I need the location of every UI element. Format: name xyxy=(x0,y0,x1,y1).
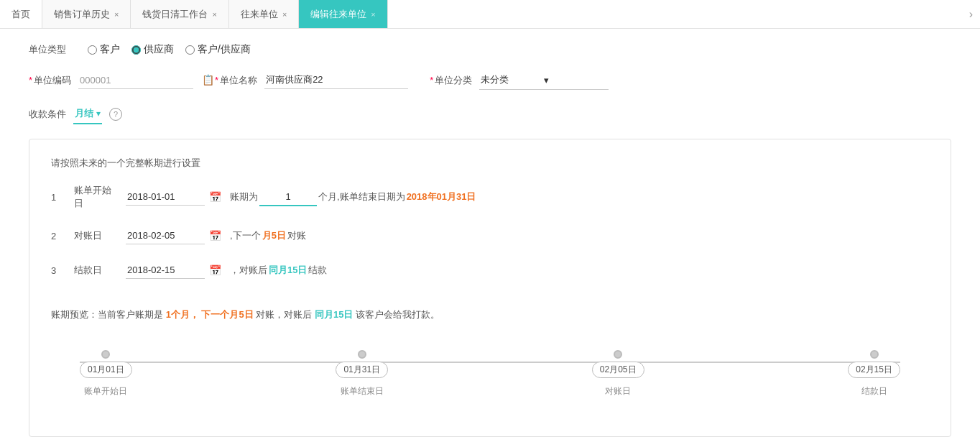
desc-prefix-3: ，对账后 xyxy=(230,264,267,277)
radio-customer-supplier[interactable]: 客户/供应商 xyxy=(185,43,251,56)
required-star2: * xyxy=(215,75,218,86)
settings-box: 请按照未来的一个完整帐期进行设置 1 账单开始日 📅 账期为 个月,账单结束日期… xyxy=(29,139,951,437)
unit-type-label: 单位类型 xyxy=(29,43,66,56)
payment-condition-label: 收款条件 xyxy=(29,108,66,121)
timeline-label-3: 02月05日 xyxy=(592,362,644,378)
payment-condition-value: 月结 xyxy=(75,107,93,120)
highlight-part-3: 同月15日 xyxy=(269,264,307,277)
unit-category-select[interactable]: 未分类 ▾ xyxy=(479,70,609,90)
period-input[interactable] xyxy=(259,188,317,206)
date-input-2[interactable] xyxy=(126,227,205,244)
radio-customer-supplier-input[interactable] xyxy=(185,45,195,55)
setting-row-2: 2 对账日 📅 ,下一个 月5日 对账 xyxy=(51,227,929,244)
timeline-point-2: 01月31日 账单结束日 xyxy=(336,350,388,397)
radio-supplier-input[interactable] xyxy=(131,45,141,55)
unit-code-label: *单位编码 xyxy=(29,74,71,87)
timeline-points: 01月01日 账单开始日 01月31日 账单结束日 02月05日 对账日 xyxy=(80,350,900,397)
tab-bar: 首页 销售订单历史 × 钱货日清工作台 × 往来单位 × 编辑往来单位 × › xyxy=(0,0,980,29)
tab-home[interactable]: 首页 xyxy=(0,0,42,28)
setting-num-3: 3 xyxy=(51,265,65,276)
date-input-wrap-3: 📅 xyxy=(126,262,221,279)
tab-expand-button[interactable]: › xyxy=(962,0,980,28)
timeline-point-1: 01月01日 账单开始日 xyxy=(80,350,132,397)
desc-suffix-1: 个月,账单结束日期为 xyxy=(318,190,405,203)
radio-customer[interactable]: 客户 xyxy=(88,43,120,56)
calendar-icon-1[interactable]: 📅 xyxy=(209,191,221,203)
tab-partner-unit-label: 往来单位 xyxy=(241,8,278,21)
unit-code-input[interactable] xyxy=(78,72,202,88)
unit-name-input[interactable] xyxy=(264,72,408,89)
chevron-down-icon: ▾ xyxy=(544,75,607,86)
unit-name-label: *单位名称 xyxy=(215,74,257,87)
preview-label: 账期预览：当前客户账期是 xyxy=(51,309,163,320)
timeline-dot-4 xyxy=(870,350,879,359)
timeline-dot-2 xyxy=(358,350,366,359)
tab-cash-work[interactable]: 钱货日清工作台 × xyxy=(131,0,228,28)
desc-prefix-2: ,下一个 xyxy=(230,229,261,242)
desc-prefix-1: 账期为 xyxy=(230,190,258,203)
preview-part1: 1个月， xyxy=(166,309,199,320)
desc-suffix-3: 结款 xyxy=(308,264,327,277)
close-icon[interactable]: × xyxy=(282,10,287,19)
unit-info-row: *单位编码 📋 *单位名称 *单位分类 未分类 ▾ xyxy=(29,70,951,90)
tab-edit-partner-label: 编辑往来单位 xyxy=(310,8,366,21)
help-icon[interactable]: ? xyxy=(109,108,122,121)
close-icon[interactable]: × xyxy=(212,10,216,19)
calendar-icon-3[interactable]: 📅 xyxy=(209,264,221,276)
tab-sales-order[interactable]: 销售订单历史 × xyxy=(42,0,131,28)
date-input-1[interactable] xyxy=(126,188,205,206)
date-input-3[interactable] xyxy=(126,262,205,279)
date-input-wrap-1: 📅 xyxy=(126,188,221,206)
timeline-desc-1: 账单开始日 xyxy=(84,385,127,397)
unit-code-group: *单位编码 📋 xyxy=(29,72,193,89)
radio-customer-input[interactable] xyxy=(88,45,97,55)
preview-part4: 同月15日 xyxy=(315,309,353,320)
timeline-dot-3 xyxy=(614,350,622,359)
close-icon[interactable]: × xyxy=(114,10,119,19)
tab-sales-order-label: 销售订单历史 xyxy=(54,8,110,21)
highlight-date-1: 2018年01月31日 xyxy=(407,190,476,203)
timeline-label-2: 01月31日 xyxy=(336,362,388,378)
radio-group-unit-type: 客户 供应商 客户/供应商 xyxy=(88,43,251,56)
setting-field-label-1: 账单开始日 xyxy=(74,184,117,210)
setting-num-1: 1 xyxy=(51,192,65,203)
required-star: * xyxy=(29,75,32,86)
radio-customer-supplier-label: 客户/供应商 xyxy=(198,43,251,56)
tab-home-label: 首页 xyxy=(11,8,30,21)
desc-suffix-2: 对账 xyxy=(287,229,306,242)
setting-row-3: 3 结款日 📅 ，对账后 同月15日 结款 xyxy=(51,262,929,279)
payment-condition-select[interactable]: 月结 ▾ xyxy=(73,104,102,124)
radio-supplier[interactable]: 供应商 xyxy=(131,43,174,56)
copy-icon[interactable]: 📋 xyxy=(202,74,214,86)
preview-section: 账期预览：当前客户账期是 1个月， 下一个月5日 对账，对账后 同月15日 该客… xyxy=(51,296,929,419)
setting-field-label-3: 结款日 xyxy=(74,264,117,277)
setting-field-label-2: 对账日 xyxy=(74,229,117,242)
setting-desc-3: ，对账后 同月15日 结款 xyxy=(230,264,327,277)
preview-text: 账期预览：当前客户账期是 1个月， 下一个月5日 对账，对账后 同月15日 该客… xyxy=(51,308,929,323)
tab-edit-partner[interactable]: 编辑往来单位 × xyxy=(299,0,387,28)
setting-row-1: 1 账单开始日 📅 账期为 个月,账单结束日期为 2018年01月31日 xyxy=(51,184,929,210)
calendar-icon-2[interactable]: 📅 xyxy=(209,230,221,242)
close-icon[interactable]: × xyxy=(371,10,375,19)
main-content: 单位类型 客户 供应商 客户/供应商 *单位编码 📋 xyxy=(0,29,980,437)
radio-supplier-label: 供应商 xyxy=(144,43,174,56)
preview-part3: 对账，对账后 xyxy=(256,309,312,320)
setting-desc-2: ,下一个 月5日 对账 xyxy=(230,229,306,242)
unit-category-group: *单位分类 未分类 ▾ xyxy=(430,70,609,90)
timeline-wrap: 01月01日 账单开始日 01月31日 账单结束日 02月05日 对账日 xyxy=(51,343,929,419)
unit-type-row: 单位类型 客户 供应商 客户/供应商 xyxy=(29,43,951,56)
required-star3: * xyxy=(430,75,433,86)
unit-code-input-wrap: 📋 xyxy=(78,72,193,89)
highlight-part-2: 月5日 xyxy=(262,229,286,242)
timeline-desc-3: 对账日 xyxy=(605,385,631,397)
preview-part5: 该客户会给我打款。 xyxy=(356,309,440,320)
tab-cash-work-label: 钱货日清工作台 xyxy=(142,8,208,21)
unit-category-label: *单位分类 xyxy=(430,74,472,87)
tab-partner-unit[interactable]: 往来单位 × xyxy=(229,0,299,28)
unit-category-value: 未分类 xyxy=(481,73,544,86)
setting-num-2: 2 xyxy=(51,231,65,242)
timeline-label-1: 01月01日 xyxy=(80,362,132,378)
setting-desc-1: 账期为 个月,账单结束日期为 2018年01月31日 xyxy=(230,188,476,206)
preview-part2: 下一个月5日 xyxy=(201,309,253,320)
payment-condition-row: 收款条件 月结 ▾ ? xyxy=(29,104,951,124)
